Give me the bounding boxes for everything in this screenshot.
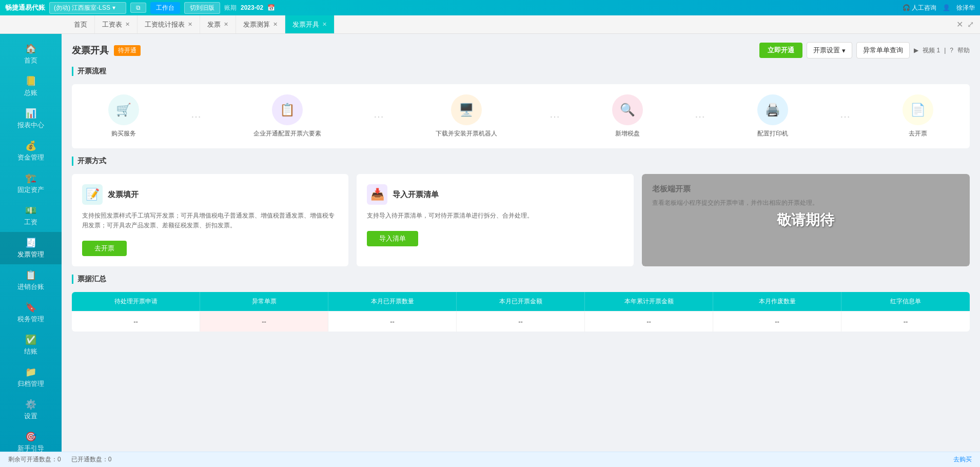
sidebar-item-funds[interactable]: 💰 资金管理 bbox=[0, 135, 62, 167]
company-label: (勿动) 江西服室-LSS bbox=[54, 4, 110, 12]
tab-label: 首页 bbox=[74, 20, 87, 29]
step-download-robot[interactable]: 🖥️ 下载并安装开票机器人 bbox=[436, 94, 497, 138]
tab-label: 工资统计报表 bbox=[145, 20, 185, 29]
method-icon-manual: 📝 bbox=[82, 184, 103, 205]
step-configure[interactable]: 📋 企业开通配置开票六要素 bbox=[253, 94, 321, 138]
go-issue-button[interactable]: 去开票 bbox=[82, 241, 127, 256]
copy-button[interactable]: ⧉ bbox=[130, 3, 146, 13]
tab-invoice-calc[interactable]: 发票测算 ✕ bbox=[236, 15, 285, 33]
main-content: 发票开具 待开通 立即开通 开票设置 ▾ 异常单单查询 ▶ 视频 1 | ? 帮… bbox=[62, 34, 980, 452]
buy-link[interactable]: 去购买 bbox=[953, 455, 972, 464]
summary-col-month-count: 本月已开票数量 bbox=[328, 292, 457, 311]
sidebar-item-salary[interactable]: 💵 工资 bbox=[0, 200, 62, 232]
sidebar-item-archive[interactable]: 📁 归档管理 bbox=[0, 361, 62, 394]
tab-close-icon[interactable]: ✕ bbox=[322, 21, 327, 28]
status-badge: 待开通 bbox=[114, 45, 141, 56]
tab-payroll[interactable]: 工资表 ✕ bbox=[95, 15, 138, 33]
page-title-row: 发票开具 待开通 bbox=[72, 44, 141, 56]
ledger-icon: 📒 bbox=[25, 75, 36, 87]
summary-cell-pending: -- bbox=[72, 312, 200, 332]
abnormal-query-button[interactable]: 异常单单查询 bbox=[856, 42, 910, 59]
remain-disks-label: 剩余可开通数盘：0 bbox=[8, 455, 61, 464]
step-buy-service[interactable]: 🛒 购买服务 bbox=[108, 94, 139, 138]
tab-label: 发票开具 bbox=[292, 20, 319, 29]
immediate-open-button[interactable]: 立即开通 bbox=[759, 43, 802, 58]
closing-icon: ✅ bbox=[25, 334, 36, 345]
salary-icon: 💵 bbox=[25, 205, 36, 216]
company-selector[interactable]: (勿动) 江西服室-LSS ▾ bbox=[49, 2, 126, 14]
configure-icon: 📋 bbox=[272, 94, 303, 125]
close-icon[interactable]: ✕ bbox=[956, 20, 963, 29]
restore-icon[interactable]: ⤢ bbox=[967, 20, 974, 29]
sidebar-item-label: 归档管理 bbox=[17, 379, 44, 388]
config-printer-icon: 🖨️ bbox=[757, 94, 788, 125]
tab-invoice[interactable]: 发票 ✕ bbox=[200, 15, 236, 33]
settings-label: 开票设置 bbox=[813, 46, 840, 55]
step-arrow-3: ⋯ bbox=[550, 110, 560, 123]
sidebar-item-home[interactable]: 🏠 首页 bbox=[0, 38, 62, 70]
sidebar-item-purchase-sales[interactable]: 📋 进销台账 bbox=[0, 264, 62, 297]
method-section-title: 开票方式 bbox=[72, 157, 970, 166]
sidebar-item-reports[interactable]: 📊 报表中心 bbox=[0, 103, 62, 135]
step-label: 配置打印机 bbox=[757, 129, 788, 138]
video-count[interactable]: 视频 1 bbox=[923, 46, 940, 55]
summary-cell-void-count: -- bbox=[713, 312, 841, 332]
dropdown-chevron-icon: ▾ bbox=[842, 47, 846, 54]
tax-mgmt-icon: 🔖 bbox=[25, 302, 36, 313]
buy-service-icon: 🛒 bbox=[108, 94, 139, 125]
step-config-printer[interactable]: 🖨️ 配置打印机 bbox=[757, 94, 788, 138]
page-actions: 立即开通 开票设置 ▾ 异常单单查询 ▶ 视频 1 | ? 帮助 bbox=[759, 42, 970, 59]
method-title-manual: 发票填开 bbox=[108, 190, 139, 200]
method-card-import: 📥 导入开票清单 支持导入待开票清单，可对待开票清单进行拆分、合并处理。 导入清… bbox=[357, 174, 633, 266]
tab-close-icon[interactable]: ✕ bbox=[188, 21, 192, 28]
sidebar-item-ledger[interactable]: 📒 总账 bbox=[0, 70, 62, 103]
dropdown-arrow-icon: ▾ bbox=[112, 4, 115, 11]
tab-payroll-stats[interactable]: 工资统计报表 ✕ bbox=[138, 15, 200, 33]
newbie-icon: 🎯 bbox=[25, 431, 36, 442]
step-arrow-4: ⋯ bbox=[695, 110, 705, 123]
top-bar-left: 畅捷通易代账 (勿动) 江西服室-LSS ▾ ⧉ 工作台 切到旧版 账期 202… bbox=[5, 2, 275, 14]
sidebar-item-settings[interactable]: ⚙️ 设置 bbox=[0, 394, 62, 426]
sidebar-item-tax-mgmt[interactable]: 🔖 税务管理 bbox=[0, 297, 62, 329]
sidebar-item-label: 进销台账 bbox=[17, 282, 44, 291]
sidebar-item-assets[interactable]: 🏗️ 固定资产 bbox=[0, 167, 62, 200]
summary-col-year-amount: 本年累计开票金额 bbox=[585, 292, 713, 311]
step-arrow-5: ⋯ bbox=[840, 110, 850, 123]
summary-col-month-amount: 本月已开票金额 bbox=[457, 292, 585, 311]
tab-home[interactable]: 首页 bbox=[67, 15, 95, 33]
method-desc-manual: 支持按照发票样式手工填写开发票；可开具增值税电子普通发票、增值税普通发票、增值税… bbox=[82, 211, 338, 230]
archive-icon: 📁 bbox=[25, 366, 36, 378]
open-settings-button[interactable]: 开票设置 ▾ bbox=[807, 42, 852, 59]
import-list-button[interactable]: 导入清单 bbox=[367, 231, 418, 246]
top-bar: 畅捷通易代账 (勿动) 江西服室-LSS ▾ ⧉ 工作台 切到旧版 账期 202… bbox=[0, 0, 980, 15]
page-header: 发票开具 待开通 立即开通 开票设置 ▾ 异常单单查询 ▶ 视频 1 | ? 帮… bbox=[72, 42, 970, 59]
tab-close-icon[interactable]: ✕ bbox=[224, 21, 228, 28]
help-label[interactable]: 帮助 bbox=[957, 46, 970, 55]
sidebar-item-label: 首页 bbox=[24, 56, 37, 65]
settings-icon: ⚙️ bbox=[25, 399, 36, 410]
sidebar-item-label: 税务管理 bbox=[17, 315, 44, 324]
tab-label: 发票 bbox=[207, 20, 221, 29]
bottom-bar: 剩余可开通数盘：0 已开通数盘：0 去购买 bbox=[0, 452, 980, 467]
process-section-title: 开票流程 bbox=[72, 67, 970, 76]
method-card-old-platform: 老板端开票 查看老板端小程序提交的开票申请，并作出相应的开票处理。 敬请期待 bbox=[642, 174, 970, 266]
tab-close-icon[interactable]: ✕ bbox=[273, 21, 278, 28]
method-card-manual: 📝 发票填开 支持按照发票样式手工填写开发票；可开具增值税电子普通发票、增值税普… bbox=[72, 174, 348, 266]
consult-button[interactable]: 🎧 人工咨询 bbox=[903, 4, 936, 12]
step-issue-invoice[interactable]: 📄 去开票 bbox=[903, 94, 933, 138]
step-arrow-2: ⋯ bbox=[374, 110, 384, 123]
tab-close-icon[interactable]: ✕ bbox=[125, 21, 130, 28]
tab-invoice-issue[interactable]: 发票开具 ✕ bbox=[285, 15, 335, 33]
app-logo: 畅捷通易代账 bbox=[5, 3, 45, 12]
step-add-tax-disk[interactable]: 🔍 新增税盘 bbox=[612, 94, 643, 138]
workspace-button[interactable]: 工作台 bbox=[150, 2, 180, 14]
sidebar-item-invoice-mgmt[interactable]: 🧾 发票管理 bbox=[0, 232, 62, 264]
summary-section-title: 票据汇总 bbox=[72, 275, 970, 284]
step-label: 去开票 bbox=[909, 129, 927, 138]
user-name[interactable]: 徐泽华 bbox=[956, 4, 975, 12]
switch-old-version-button[interactable]: 切到旧版 bbox=[184, 2, 220, 14]
sidebar-item-closing[interactable]: ✅ 结账 bbox=[0, 329, 62, 361]
calendar-icon[interactable]: 📅 bbox=[267, 4, 275, 11]
page-help: ▶ 视频 1 | ? 帮助 bbox=[914, 46, 970, 55]
method-desc-import: 支持导入待开票清单，可对待开票清单进行拆分、合并处理。 bbox=[367, 211, 623, 221]
